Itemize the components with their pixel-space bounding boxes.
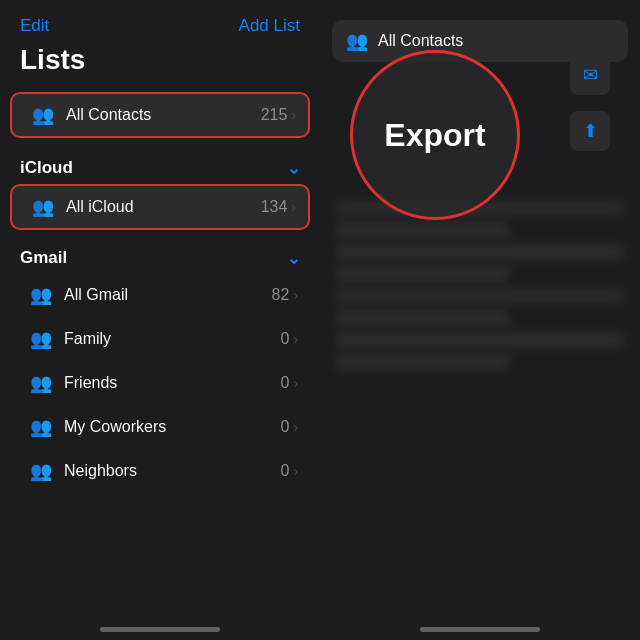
blurred-row-4 xyxy=(336,266,509,282)
coworkers-count: 0 xyxy=(280,418,289,436)
all-gmail-label: All Gmail xyxy=(64,286,272,304)
right-contacts-group-icon: 👥 xyxy=(346,30,368,52)
all-gmail-icon: 👥 xyxy=(30,284,52,306)
friends-count: 0 xyxy=(280,374,289,392)
family-item[interactable]: 👥 Family 0 › xyxy=(10,318,310,360)
right-status-bar-spacer xyxy=(320,0,640,20)
neighbors-chevron-icon: › xyxy=(293,463,298,479)
blurred-row-7 xyxy=(336,332,624,348)
all-contacts-section: 👥 All Contacts 215 › xyxy=(10,92,310,138)
email-icon: ✉ xyxy=(583,64,598,86)
coworkers-chevron-icon: › xyxy=(293,419,298,435)
all-contacts-count: 215 xyxy=(261,106,288,124)
all-contacts-label: All Contacts xyxy=(66,106,261,124)
all-contacts-chevron-icon: › xyxy=(291,107,296,123)
page-title: Lists xyxy=(0,40,320,88)
family-chevron-icon: › xyxy=(293,331,298,347)
share-action-button[interactable]: ⬆ xyxy=(570,111,610,151)
neighbors-count: 0 xyxy=(280,462,289,480)
export-button-circle[interactable]: Export xyxy=(350,50,520,220)
home-indicator-right xyxy=(420,627,540,632)
friends-item[interactable]: 👥 Friends 0 › xyxy=(10,362,310,404)
family-count: 0 xyxy=(280,330,289,348)
all-gmail-count: 82 xyxy=(272,286,290,304)
neighbors-item[interactable]: 👥 Neighbors 0 › xyxy=(10,450,310,492)
coworkers-label: My Coworkers xyxy=(64,418,280,436)
left-panel: Edit Add List Lists 👥 All Contacts 215 ›… xyxy=(0,0,320,640)
icloud-group-icon: 👥 xyxy=(32,196,54,218)
icloud-header[interactable]: iCloud ⌄ xyxy=(0,150,320,182)
blurred-row-6 xyxy=(336,310,509,326)
email-action-button[interactable]: ✉ xyxy=(570,55,610,95)
friends-chevron-icon: › xyxy=(293,375,298,391)
family-label: Family xyxy=(64,330,280,348)
blurred-contact-list xyxy=(336,200,624,370)
friends-label: Friends xyxy=(64,374,280,392)
all-icloud-count: 134 xyxy=(261,198,288,216)
all-icloud-label: All iCloud xyxy=(66,198,261,216)
all-gmail-item[interactable]: 👥 All Gmail 82 › xyxy=(10,274,310,316)
all-icloud-section: 👥 All iCloud 134 › xyxy=(10,184,310,230)
edit-button[interactable]: Edit xyxy=(20,16,49,36)
blurred-row-5 xyxy=(336,288,624,304)
left-header: Edit Add List xyxy=(0,0,320,40)
family-icon: 👥 xyxy=(30,328,52,350)
action-icons-container: ✉ ⬆ xyxy=(570,55,610,151)
gmail-label: Gmail xyxy=(20,248,67,268)
icloud-chevron-icon: ⌄ xyxy=(287,159,300,178)
all-icloud-chevron-icon: › xyxy=(291,199,296,215)
neighbors-icon: 👥 xyxy=(30,460,52,482)
icloud-label: iCloud xyxy=(20,158,73,178)
right-contacts-label: All Contacts xyxy=(378,32,614,50)
gmail-header[interactable]: Gmail ⌄ xyxy=(0,240,320,272)
share-icon: ⬆ xyxy=(583,120,598,142)
add-list-button[interactable]: Add List xyxy=(239,16,300,36)
gmail-section: Gmail ⌄ 👥 All Gmail 82 › 👥 Family 0 › 👥 … xyxy=(0,240,320,502)
all-icloud-item[interactable]: 👥 All iCloud 134 › xyxy=(12,186,308,228)
blurred-row-2 xyxy=(336,222,509,238)
neighbors-label: Neighbors xyxy=(64,462,280,480)
blurred-row-8 xyxy=(336,354,509,370)
right-panel: 👥 All Contacts ✉ ⬆ Export xyxy=(320,0,640,640)
all-gmail-chevron-icon: › xyxy=(293,287,298,303)
my-coworkers-item[interactable]: 👥 My Coworkers 0 › xyxy=(10,406,310,448)
coworkers-icon: 👥 xyxy=(30,416,52,438)
friends-icon: 👥 xyxy=(30,372,52,394)
gmail-chevron-icon: ⌄ xyxy=(287,249,300,268)
blurred-row-3 xyxy=(336,244,624,260)
home-indicator-left xyxy=(100,627,220,632)
icloud-section: iCloud ⌄ 👥 All iCloud 134 › xyxy=(0,150,320,240)
export-label: Export xyxy=(384,117,485,154)
contacts-group-icon: 👥 xyxy=(32,104,54,126)
all-contacts-item[interactable]: 👥 All Contacts 215 › xyxy=(12,94,308,136)
